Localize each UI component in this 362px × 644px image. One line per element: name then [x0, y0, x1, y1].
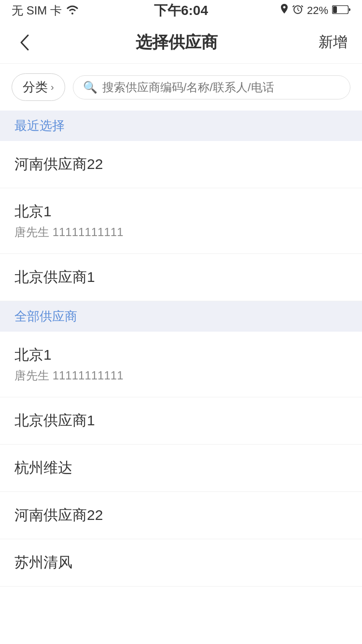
all-section-header: 全部供应商 [0, 301, 362, 332]
svg-rect-2 [333, 6, 337, 13]
list-item[interactable]: 北京1 唐先生 11111111111 [0, 332, 362, 397]
item-name: 河南供应商22 [14, 154, 348, 174]
add-button[interactable]: 新增 [319, 32, 348, 52]
page-title: 选择供应商 [136, 31, 218, 54]
category-label: 分类 [23, 79, 48, 96]
list-item[interactable]: 杭州维达 [0, 445, 362, 492]
status-bar: 无 SIM 卡 下午6:04 22% [0, 0, 362, 21]
battery-icon [332, 4, 350, 17]
alarm-icon [292, 4, 303, 17]
list-item[interactable]: 河南供应商22 [0, 141, 362, 188]
location-icon [280, 4, 289, 17]
list-item[interactable]: 北京供应商1 [0, 397, 362, 445]
list-item[interactable]: 苏州清风 [0, 539, 362, 587]
recent-list: 河南供应商22 北京1 唐先生 11111111111 北京供应商1 [0, 141, 362, 301]
list-item[interactable]: 北京1 唐先生 11111111111 [0, 188, 362, 254]
back-button[interactable] [14, 28, 35, 56]
chevron-right-icon: › [51, 82, 54, 93]
list-item[interactable]: 河南供应商22 [0, 492, 362, 539]
battery-label: 22% [307, 4, 328, 17]
wifi-icon [66, 4, 79, 17]
search-box: 🔍 [73, 75, 350, 99]
nav-bar: 选择供应商 新增 [0, 21, 362, 64]
recent-section-header: 最近选择 [0, 111, 362, 141]
search-input[interactable] [102, 81, 340, 94]
item-sub: 唐先生 11111111111 [14, 368, 348, 383]
item-name: 苏州清风 [14, 553, 348, 573]
item-sub: 唐先生 11111111111 [14, 224, 348, 240]
item-name: 北京1 [14, 202, 348, 222]
item-name: 杭州维达 [14, 458, 348, 478]
item-name: 北京供应商1 [14, 267, 348, 287]
all-section-label: 全部供应商 [14, 309, 77, 323]
status-right: 22% [280, 4, 350, 17]
recent-section-label: 最近选择 [14, 118, 65, 133]
status-left: 无 SIM 卡 [12, 3, 79, 18]
status-time: 下午6:04 [154, 1, 208, 20]
filter-bar: 分类 › 🔍 [0, 64, 362, 111]
carrier-label: 无 SIM 卡 [12, 3, 62, 18]
search-icon: 🔍 [83, 81, 97, 94]
item-name: 北京1 [14, 345, 348, 365]
all-list: 北京1 唐先生 11111111111 北京供应商1 杭州维达 河南供应商22 … [0, 332, 362, 587]
list-item[interactable]: 北京供应商1 [0, 254, 362, 301]
item-name: 河南供应商22 [14, 505, 348, 525]
item-name: 北京供应商1 [14, 411, 348, 431]
category-button[interactable]: 分类 › [12, 73, 65, 101]
